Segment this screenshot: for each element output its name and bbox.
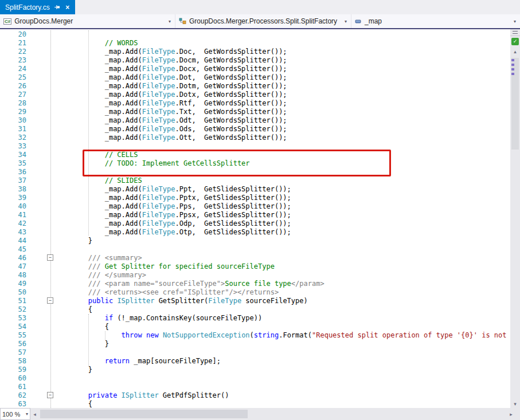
line-number[interactable]: 22 bbox=[0, 48, 26, 56]
line-number[interactable]: 60 bbox=[0, 374, 26, 383]
vscroll-thumb[interactable] bbox=[511, 58, 519, 150]
line-number[interactable]: 33 bbox=[0, 142, 26, 151]
code-line[interactable]: _map.Add(FileType.Otp, GetSlidesSplitter… bbox=[55, 228, 510, 237]
line-number[interactable]: 39 bbox=[0, 194, 26, 202]
code-line[interactable]: if (!_map.ContainsKey(sourceFileType)) bbox=[55, 314, 510, 323]
code-line[interactable] bbox=[55, 30, 510, 39]
code-line[interactable]: _map.Add(FileType.Odt, GetWordsSplitter(… bbox=[55, 116, 510, 125]
code-line[interactable]: _map.Add(FileType.Dotm, GetWordsSplitter… bbox=[55, 82, 510, 91]
line-number[interactable]: 30 bbox=[0, 116, 26, 125]
line-number[interactable]: 44 bbox=[0, 237, 26, 245]
scroll-left-arrow[interactable]: ◂ bbox=[30, 411, 39, 417]
code-line[interactable]: _map.Add(FileType.Rtf, GetWordsSplitter(… bbox=[55, 99, 510, 108]
code-line[interactable] bbox=[55, 348, 510, 357]
vscroll-track[interactable] bbox=[510, 56, 520, 400]
code-line[interactable]: { bbox=[55, 323, 510, 331]
line-number[interactable]: 37 bbox=[0, 176, 26, 185]
code-line[interactable]: /// <returns><see cref="ISplitter"/></re… bbox=[55, 288, 510, 297]
line-number[interactable]: 41 bbox=[0, 211, 26, 219]
line-number[interactable]: 35 bbox=[0, 159, 26, 168]
code-line[interactable]: } bbox=[55, 237, 510, 245]
code-line[interactable]: _map.Add(FileType.Ott, GetWordsSplitter(… bbox=[55, 134, 510, 142]
code-line[interactable]: { bbox=[55, 305, 510, 314]
line-number[interactable]: 36 bbox=[0, 168, 26, 176]
line-number[interactable]: 25 bbox=[0, 73, 26, 82]
fold-marker-icon[interactable]: − bbox=[47, 297, 53, 304]
split-editor-handle[interactable] bbox=[510, 29, 520, 36]
line-number[interactable]: 45 bbox=[0, 245, 26, 254]
line-number[interactable]: 42 bbox=[0, 219, 26, 228]
scroll-right-arrow[interactable]: ▸ bbox=[507, 411, 515, 417]
line-number[interactable]: 27 bbox=[0, 91, 26, 99]
line-number[interactable]: 23 bbox=[0, 56, 26, 65]
line-number[interactable]: 54 bbox=[0, 323, 26, 331]
code-line[interactable]: // SLIDES bbox=[55, 176, 510, 185]
code-line[interactable]: return _map[sourceFileType]; bbox=[55, 357, 510, 366]
line-number[interactable]: 57 bbox=[0, 348, 26, 357]
line-number[interactable]: 21 bbox=[0, 39, 26, 48]
line-number[interactable]: 24 bbox=[0, 65, 26, 73]
code-line[interactable]: _map.Add(FileType.Doc, GetWordsSplitter(… bbox=[55, 48, 510, 56]
code-line[interactable]: _map.Add(FileType.Dot, GetWordsSplitter(… bbox=[55, 73, 510, 82]
hscroll-thumb[interactable] bbox=[40, 410, 248, 418]
code-line[interactable]: _map.Add(FileType.Pptx, GetSlidesSplitte… bbox=[55, 194, 510, 202]
line-number[interactable]: 47 bbox=[0, 262, 26, 271]
pin-icon[interactable] bbox=[54, 4, 60, 10]
code-editor[interactable]: 2021222324252627282930313233343536373839… bbox=[0, 29, 520, 408]
code-line[interactable]: _map.Add(FileType.Dotx, GetWordsSplitter… bbox=[55, 91, 510, 99]
horizontal-scrollbar[interactable] bbox=[39, 408, 507, 420]
code-line[interactable]: _map.Add(FileType.Odp, GetSlidesSplitter… bbox=[55, 219, 510, 228]
line-number[interactable]: 40 bbox=[0, 202, 26, 211]
line-number[interactable]: 63 bbox=[0, 400, 26, 408]
type-dropdown[interactable]: GroupDocs.Merger.Processors.Split.SplitF… bbox=[175, 14, 351, 28]
line-number[interactable]: 46 bbox=[0, 254, 26, 262]
line-number[interactable]: 58 bbox=[0, 357, 26, 366]
health-indicator-icon[interactable]: ✓ bbox=[511, 38, 519, 45]
line-number[interactable]: 31 bbox=[0, 125, 26, 134]
code-line[interactable]: { bbox=[55, 400, 510, 408]
line-number[interactable]: 61 bbox=[0, 383, 26, 391]
line-number[interactable]: 62 bbox=[0, 391, 26, 400]
member-dropdown[interactable]: _map ▾ bbox=[351, 14, 520, 28]
line-number[interactable]: 38 bbox=[0, 185, 26, 194]
line-number[interactable]: 49 bbox=[0, 280, 26, 288]
line-number[interactable]: 20 bbox=[0, 30, 26, 39]
code-line[interactable]: } bbox=[55, 340, 510, 348]
code-line[interactable]: _map.Add(FileType.Ods, GetWordsSplitter(… bbox=[55, 125, 510, 134]
code-line[interactable]: /// </summary> bbox=[55, 271, 510, 280]
project-dropdown[interactable]: C# GroupDocs.Merger ▾ bbox=[0, 14, 175, 28]
line-number[interactable]: 59 bbox=[0, 366, 26, 374]
line-number[interactable]: 55 bbox=[0, 331, 26, 340]
code-line[interactable]: _map.Add(FileType.Ppsx, GetSlidesSplitte… bbox=[55, 211, 510, 219]
line-number[interactable]: 34 bbox=[0, 151, 26, 159]
line-number[interactable]: 50 bbox=[0, 288, 26, 297]
line-number[interactable]: 48 bbox=[0, 271, 26, 280]
code-line[interactable]: _map.Add(FileType.Docx, GetWordsSplitter… bbox=[55, 65, 510, 73]
code-line[interactable]: private ISplitter GetPdfSplitter() bbox=[55, 391, 510, 400]
line-number[interactable]: 52 bbox=[0, 305, 26, 314]
tab-splitfactory[interactable]: SplitFactory.cs × bbox=[0, 0, 75, 14]
line-number[interactable]: 53 bbox=[0, 314, 26, 323]
zoom-control[interactable]: 100 % ▾ bbox=[0, 408, 30, 420]
fold-marker-icon[interactable]: − bbox=[47, 254, 53, 261]
fold-marker-icon[interactable]: − bbox=[47, 392, 53, 398]
code-line[interactable]: _map.Add(FileType.Pps, GetSlidesSplitter… bbox=[55, 202, 510, 211]
code-line[interactable]: _map.Add(FileType.Txt, GetWordsSplitter(… bbox=[55, 108, 510, 116]
code-line[interactable]: /// Get Splitter for specified sourceFil… bbox=[55, 262, 510, 271]
scroll-down-arrow[interactable]: ▾ bbox=[510, 400, 520, 408]
line-number[interactable]: 28 bbox=[0, 99, 26, 108]
code-line[interactable]: } bbox=[55, 366, 510, 374]
code-line[interactable]: throw new NotSupportedException(string.F… bbox=[55, 331, 510, 340]
scroll-up-arrow[interactable]: ▴ bbox=[510, 48, 520, 56]
code-line[interactable]: _map.Add(FileType.Ppt, GetSlidesSplitter… bbox=[55, 185, 510, 194]
vertical-scrollbar[interactable]: ✓ ▴ ▾ bbox=[510, 29, 520, 408]
code-line[interactable]: _map.Add(FileType.Docm, GetWordsSplitter… bbox=[55, 56, 510, 65]
code-line[interactable]: public ISplitter GetSplitter(FileType so… bbox=[55, 297, 510, 305]
code-line[interactable] bbox=[55, 245, 510, 254]
code-line[interactable] bbox=[55, 383, 510, 391]
code-line[interactable]: /// <param name="sourceFileType">Source … bbox=[55, 280, 510, 288]
line-number[interactable]: 32 bbox=[0, 134, 26, 142]
code-line[interactable]: /// <summary> bbox=[55, 254, 510, 262]
line-number[interactable]: 56 bbox=[0, 340, 26, 348]
code-line[interactable]: // WORDS bbox=[55, 39, 510, 48]
